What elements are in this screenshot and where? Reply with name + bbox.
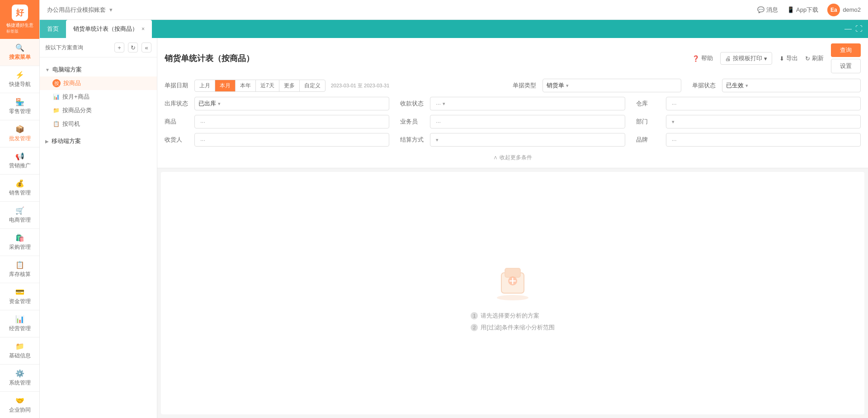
- doc-status-control[interactable]: 已生效 ▾: [722, 79, 861, 92]
- tab-minimize-icon[interactable]: —: [844, 25, 852, 33]
- sidebar-item-quick-nav[interactable]: ⚡ 快捷导航: [0, 66, 39, 93]
- filter-row-1: 单据日期 上月 本月 本年 近7天 更多 自定义 2023-03-01 至 20…: [165, 79, 861, 92]
- tree-item-by-category[interactable]: 📁 按商品分类: [40, 104, 157, 117]
- logo-icon: 好: [12, 5, 28, 21]
- by-category-icon: 📁: [52, 107, 60, 114]
- add-scheme-btn[interactable]: +: [114, 43, 124, 52]
- product-label: 商品: [165, 118, 192, 126]
- mobile-group: ▶ 移动端方案: [40, 133, 157, 150]
- settings-btn[interactable]: 设置: [831, 59, 861, 73]
- warehouse-control[interactable]: ···: [666, 97, 861, 110]
- mobile-group-header[interactable]: ▶ 移动端方案: [40, 134, 157, 148]
- date-btn-this-month[interactable]: 本月: [215, 80, 236, 91]
- help-btn[interactable]: ❓ 帮助: [692, 54, 713, 62]
- filter-brand: 品牌 ···: [636, 133, 861, 147]
- template-print-btn[interactable]: 🖨 按模板打印 ▾: [720, 52, 772, 65]
- salesperson-control[interactable]: ···: [430, 115, 625, 128]
- empty-tip-1: 1 请先选择要分析的方案: [471, 312, 554, 320]
- template-dropdown-arrow: ▾: [764, 55, 767, 62]
- tab-sales-stats[interactable]: 销货单统计表（按商品） ×: [66, 20, 152, 38]
- sidebar-item-enterprise[interactable]: 🤝 企业协同: [0, 392, 39, 418]
- help-icon: ❓: [692, 55, 699, 62]
- product-control[interactable]: ···: [194, 115, 389, 128]
- sidebar-item-inventory[interactable]: 📋 库存核算: [0, 256, 39, 283]
- sidebar-item-search[interactable]: 🔍 搜索菜单: [0, 39, 39, 66]
- search-icon: 🔍: [15, 43, 24, 52]
- messages-btn[interactable]: 💬 消息: [757, 6, 778, 14]
- salesperson-more-dots[interactable]: ···: [436, 119, 441, 125]
- refresh-btn[interactable]: ↻ 刷新: [805, 54, 824, 62]
- brand-label: 品牌: [636, 136, 663, 144]
- receiver-more-dots[interactable]: ···: [200, 137, 205, 143]
- collapse-btn[interactable]: ∧ 收起更多条件: [165, 151, 861, 162]
- operations-icon: 📊: [15, 315, 24, 323]
- date-btn-custom[interactable]: 自定义: [300, 80, 325, 91]
- quick-nav-icon: ⚡: [15, 71, 24, 79]
- tab-close-icon[interactable]: ×: [142, 26, 145, 32]
- filter-warehouse: 仓库 ···: [636, 97, 861, 110]
- panel-header-label: 按以下方案查询: [45, 44, 111, 52]
- date-btn-last-month[interactable]: 上月: [195, 80, 215, 91]
- sidebar-logo[interactable]: 好 畅捷通好生意 标签版: [0, 0, 39, 39]
- basic-icon: 📁: [15, 342, 24, 351]
- tree-item-by-month-product[interactable]: 📊 按月+商品: [40, 90, 157, 104]
- tab-home[interactable]: 首页: [40, 20, 66, 38]
- sidebar-item-ecommerce[interactable]: 🛒 电商管理: [0, 202, 39, 229]
- filter-doc-status: 单据状态 已生效 ▾: [692, 79, 861, 92]
- filter-department: 部门 ▾: [636, 115, 861, 128]
- sidebar-item-retail[interactable]: 🏪 零售管理: [0, 93, 39, 120]
- collapse-panel-btn[interactable]: «: [142, 43, 151, 52]
- payment-status-control[interactable]: ··· ▾: [430, 97, 625, 110]
- enterprise-icon: 🤝: [15, 396, 24, 405]
- tip1-num: 1: [471, 312, 478, 319]
- sidebar-item-finance[interactable]: 💳 资金管理: [0, 283, 39, 310]
- tree-item-by-company[interactable]: 📋 按司机: [40, 117, 157, 131]
- brand-more-dots[interactable]: ···: [672, 137, 677, 143]
- filter-date: 单据日期 上月 本月 本年 近7天 更多 自定义 2023-03-01 至 20…: [165, 80, 502, 92]
- export-btn[interactable]: ⬇ 导出: [779, 54, 798, 62]
- app-download-btn[interactable]: 📱 App下载: [787, 6, 818, 14]
- page-content: 按以下方案查询 + ↻ « ▼ 电脑端方案 按 按商品 📊: [40, 38, 868, 418]
- department-control[interactable]: ▾: [666, 115, 861, 128]
- header-dropdown-arrow[interactable]: ▾: [109, 6, 113, 13]
- refresh-scheme-btn[interactable]: ↻: [128, 43, 138, 52]
- receiver-control[interactable]: ···: [194, 133, 389, 147]
- query-btn[interactable]: 查询: [831, 43, 861, 57]
- doc-type-control[interactable]: 销货单 ▾: [542, 79, 681, 92]
- date-btn-more[interactable]: 更多: [279, 80, 300, 91]
- filter-area: 销货单统计表（按商品） ❓ 帮助 🖨 按模板打印 ▾ ⬇: [157, 38, 868, 168]
- out-status-control[interactable]: 已出库 ▾: [194, 97, 389, 110]
- user-profile-btn[interactable]: Ea demo2: [827, 4, 861, 16]
- tree-item-by-product[interactable]: 按 按商品: [40, 76, 157, 90]
- brand-control[interactable]: ···: [666, 133, 861, 147]
- date-btn-7-days[interactable]: 近7天: [256, 80, 279, 91]
- tab-expand-icon[interactable]: ⛶: [855, 25, 863, 33]
- avatar: Ea: [827, 4, 840, 16]
- warehouse-more-dots[interactable]: ···: [672, 100, 677, 107]
- product-more-dots[interactable]: ···: [200, 119, 205, 125]
- payment-more-dots[interactable]: ···: [436, 100, 441, 107]
- svg-point-0: [497, 295, 528, 300]
- filter-header: 销货单统计表（按商品） ❓ 帮助 🖨 按模板打印 ▾ ⬇: [165, 43, 861, 73]
- sidebar-item-marketing[interactable]: 📢 营销推广: [0, 147, 39, 175]
- retail-icon: 🏪: [15, 98, 24, 106]
- sidebar-item-operations[interactable]: 📊 经营管理: [0, 310, 39, 337]
- out-status-label: 出库状态: [165, 100, 192, 108]
- sidebar-item-sales[interactable]: 💰 销售管理: [0, 175, 39, 202]
- desktop-group-header[interactable]: ▼ 电脑端方案: [40, 63, 157, 76]
- header-right: 💬 消息 📱 App下载 Ea demo2: [757, 4, 861, 16]
- sidebar-item-purchase[interactable]: 🛍️ 采购管理: [0, 229, 39, 256]
- doc-type-label: 单据类型: [513, 81, 540, 90]
- sidebar-item-wholesale[interactable]: 📦 批发管理: [0, 120, 39, 147]
- message-icon: 💬: [757, 6, 764, 13]
- sidebar-item-basic[interactable]: 📁 基础信息: [0, 337, 39, 365]
- main-content: 办公用品行业模拟账套 ▾ 💬 消息 📱 App下载 Ea demo2 首页 销货…: [40, 0, 868, 418]
- tab-bar-right: — ⛶: [844, 25, 868, 33]
- sidebar-item-system[interactable]: ⚙️ 系统管理: [0, 365, 39, 392]
- settlement-control[interactable]: ▾: [430, 133, 625, 147]
- date-btn-this-year[interactable]: 本年: [236, 80, 256, 91]
- empty-state: 1 请先选择要分析的方案 2 用[过滤]条件来缩小分析范围: [161, 172, 864, 414]
- industry-label: 办公用品行业模拟账套: [47, 6, 106, 14]
- sidebar: 好 畅捷通好生意 标签版 🔍 搜索菜单 ⚡ 快捷导航 🏪 零售管理 📦 批发管理…: [0, 0, 40, 418]
- payment-arrow: ▾: [443, 101, 445, 107]
